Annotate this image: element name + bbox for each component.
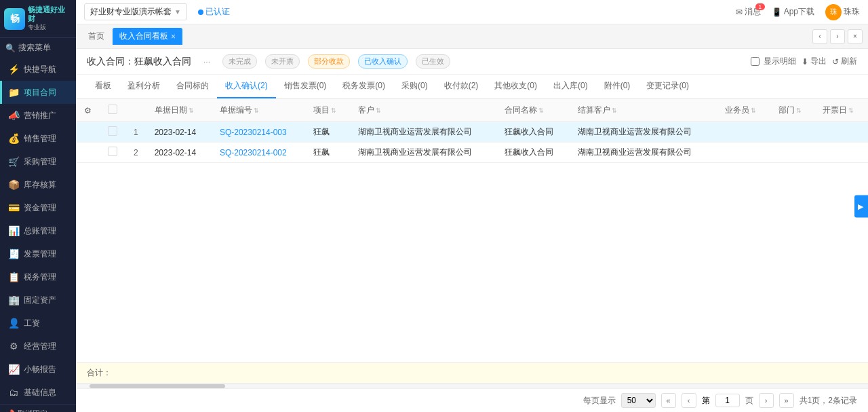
horizontal-scrollbar[interactable] <box>76 383 868 388</box>
column-checkbox[interactable] <box>100 99 125 122</box>
tab-other-receipt[interactable]: 其他收支(0) <box>486 75 545 98</box>
sidebar-item-label: 营销推广 <box>24 110 56 121</box>
right-float-button[interactable]: ▶ <box>854 195 868 217</box>
status-effective[interactable]: 已生效 <box>416 54 450 69</box>
row-date: 2023-02-14 <box>146 143 212 163</box>
data-table: ⚙ 单据日期⇅ 单据编号⇅ 项目⇅ 客户⇅ 合同名称⇅ 结算客户⇅ 业务员⇅ 部… <box>76 99 868 163</box>
tab-change-log[interactable]: 变更记录(0) <box>638 75 697 98</box>
sidebar-item-fund[interactable]: 💳 资金管理 <box>0 196 76 219</box>
bill-no-link[interactable]: SQ-20230214-002 <box>220 148 287 157</box>
row-bill-no[interactable]: SQ-20230214-003 <box>212 122 305 143</box>
tab-prev-button[interactable]: ‹ <box>812 29 827 44</box>
column-date[interactable]: 单据日期⇅ <box>146 99 212 122</box>
tab-next-button[interactable]: › <box>830 29 845 44</box>
sidebar-item-hr[interactable]: 👤 工资 <box>0 312 76 335</box>
tab-close-button[interactable]: × <box>848 29 863 44</box>
sidebar-item-tax[interactable]: 📋 税务管理 <box>0 265 76 288</box>
bill-no-link[interactable]: SQ-20230214-003 <box>220 128 287 137</box>
status-confirmed[interactable]: 已收入确认 <box>358 54 408 69</box>
page-number-input[interactable] <box>715 394 740 407</box>
app-download-button[interactable]: 📱 App下载 <box>772 6 814 18</box>
tab-attachment[interactable]: 附件(0) <box>596 75 639 98</box>
message-button[interactable]: ✉ 1 消息 <box>736 6 761 18</box>
sub-tabs: 看板 盈利分析 合同标的 收入确认(2) 销售发票(0) 税务发票(0) 采购(… <box>76 75 868 99</box>
logo-icon: 畅 <box>4 8 25 30</box>
tab-payment[interactable]: 收付款(2) <box>436 75 487 98</box>
tab-navigation: ‹ › × <box>812 29 863 44</box>
tab-contractstd[interactable]: 合同标的 <box>168 75 217 98</box>
last-page-button[interactable]: » <box>779 393 794 408</box>
sidebar-item-general[interactable]: 📊 总账管理 <box>0 219 76 242</box>
sidebar-item-quicknav[interactable]: ⚡ 快捷导航 <box>0 58 76 81</box>
sidebar: 畅 畅捷通好业财 专业版 🔍 搜索菜单 ⚡ 快捷导航 📁 项目合同 📣 营销推广… <box>0 0 76 412</box>
column-dept[interactable]: 部门⇅ <box>770 99 814 122</box>
column-salesperson[interactable]: 业务员⇅ <box>717 99 770 122</box>
row-checkbox[interactable] <box>100 122 125 143</box>
table-row[interactable]: 1 2023-02-14 SQ-20230214-003 狂飙 湖南卫视商业运营… <box>76 122 868 143</box>
cert-label: 已认证 <box>205 6 230 18</box>
tab-purchase[interactable]: 采购(0) <box>393 75 436 98</box>
general-icon: 📊 <box>7 225 20 237</box>
sidebar-item-search[interactable]: 🔍 搜索菜单 <box>0 38 76 58</box>
show-detail-checkbox[interactable] <box>751 57 760 66</box>
refresh-button[interactable]: ↺ 刷新 <box>832 56 857 67</box>
column-customer[interactable]: 客户⇅ <box>350 99 496 122</box>
per-page-select[interactable]: 20 50 100 <box>621 393 656 408</box>
sidebar-unpin-button[interactable]: 📌 取消固定 <box>0 404 76 412</box>
sidebar-item-inventory[interactable]: 📦 库存核算 <box>0 173 76 196</box>
first-page-button[interactable]: « <box>661 393 676 408</box>
row-select-checkbox[interactable] <box>108 126 117 136</box>
prev-page-button[interactable]: ‹ <box>682 393 696 408</box>
export-button[interactable]: ⬇ 导出 <box>802 56 827 67</box>
show-detail-toggle[interactable]: 显示明细 <box>751 56 796 67</box>
company-selector[interactable]: 好业财专业版演示帐套 ▼ <box>84 3 187 20</box>
sidebar-item-invoice[interactable]: 🧾 发票管理 <box>0 242 76 265</box>
row-bill-no[interactable]: SQ-20230214-002 <box>212 143 305 163</box>
more-button[interactable]: ··· <box>199 56 214 68</box>
quicknav-icon: ⚡ <box>7 63 20 75</box>
tab-profit[interactable]: 盈利分析 <box>119 75 168 98</box>
column-end-customer[interactable]: 结算客户⇅ <box>570 99 716 122</box>
next-page-button[interactable]: › <box>759 393 774 408</box>
status-noinvoice[interactable]: 未开票 <box>265 54 300 69</box>
refresh-icon: ↺ <box>832 57 839 67</box>
column-contract-name[interactable]: 合同名称⇅ <box>496 99 570 122</box>
sidebar-item-fixed-asset[interactable]: 🏢 固定资产 <box>0 288 76 312</box>
user-initial: 珠 <box>830 7 837 17</box>
status-incomplete[interactable]: 未完成 <box>222 54 257 69</box>
search-icon: 🔍 <box>5 43 16 53</box>
select-all-checkbox[interactable] <box>108 105 117 114</box>
sidebar-item-project[interactable]: 📁 项目合同 <box>0 81 76 104</box>
tab-sales-invoice[interactable]: 销售发票(0) <box>276 75 335 98</box>
sidebar-item-purchase[interactable]: 🛒 采购管理 <box>0 150 76 173</box>
sidebar-item-marketing[interactable]: 📣 营销推广 <box>0 104 76 127</box>
sidebar-item-label: 采购管理 <box>24 156 56 168</box>
marketing-icon: 📣 <box>7 109 20 121</box>
row-select-checkbox[interactable] <box>108 147 117 156</box>
tab-home[interactable]: 首页 <box>81 28 111 45</box>
message-icon: ✉ <box>736 7 743 17</box>
column-project[interactable]: 项目⇅ <box>305 99 349 122</box>
tab-close-icon[interactable]: × <box>171 32 176 41</box>
tab-warehouse[interactable]: 出入库(0) <box>545 75 596 98</box>
column-bill-date2[interactable]: 开票日⇅ <box>814 99 868 122</box>
tab-tax-invoice[interactable]: 税务发票(0) <box>334 75 393 98</box>
unpin-label: 取消固定 <box>18 409 47 412</box>
sort-icon: ⇅ <box>254 107 259 114</box>
column-settings[interactable]: ⚙ <box>76 99 100 122</box>
tab-kanban[interactable]: 看板 <box>87 75 119 98</box>
sidebar-item-ops[interactable]: ⚙ 经营管理 <box>0 335 76 358</box>
table-header-row: ⚙ 单据日期⇅ 单据编号⇅ 项目⇅ 客户⇅ 合同名称⇅ 结算客户⇅ 业务员⇅ 部… <box>76 99 868 122</box>
sidebar-item-report[interactable]: 📈 小畅报告 <box>0 358 76 381</box>
sidebar-item-base[interactable]: 🗂 基础信息 <box>0 381 76 404</box>
scrollbar-thumb[interactable] <box>90 384 225 388</box>
tab-income-contract[interactable]: 收入合同看板 × <box>113 28 182 45</box>
column-bill-no[interactable]: 单据编号⇅ <box>212 99 305 122</box>
table-row[interactable]: 2 2023-02-14 SQ-20230214-002 狂飙 湖南卫视商业运营… <box>76 143 868 163</box>
tab-income-confirm[interactable]: 收入确认(2) <box>217 75 276 98</box>
user-profile[interactable]: 珠 珠珠 <box>825 4 860 20</box>
row-contract-name: 狂飙收入合同 <box>496 143 570 163</box>
row-checkbox[interactable] <box>100 143 125 163</box>
sidebar-item-sales[interactable]: 💰 销售管理 <box>0 127 76 150</box>
status-partial[interactable]: 部分收款 <box>308 54 350 69</box>
